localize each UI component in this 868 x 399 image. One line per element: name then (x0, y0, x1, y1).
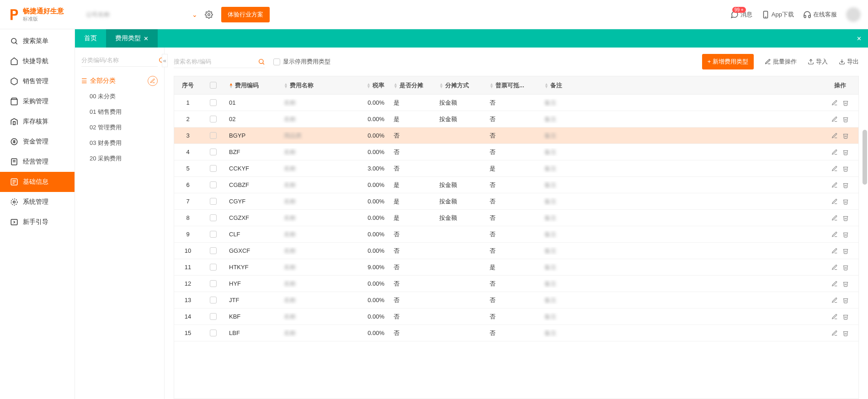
tree-root[interactable]: ☰ 全部分类 (75, 73, 164, 89)
table-row[interactable]: 15LBF名称0.00%否否备注 (174, 325, 858, 341)
chevron-down-icon[interactable]: ⌄ (192, 11, 197, 18)
delete-icon[interactable] (842, 281, 849, 287)
tree-item[interactable]: 00 未分类 (75, 89, 164, 104)
edit-icon[interactable] (831, 100, 838, 106)
search-icon[interactable] (258, 58, 265, 65)
table-row[interactable]: 7CGYF名称0.00%是按金额否备注 (174, 193, 858, 210)
sidebar-item[interactable]: 资金管理 (0, 132, 75, 152)
cell-checkbox[interactable] (202, 297, 224, 303)
edit-icon[interactable] (831, 149, 838, 155)
table-row[interactable]: 6CGBZF名称0.00%是按金额否备注 (174, 177, 858, 193)
download-link[interactable]: App下载 (761, 11, 794, 19)
edit-icon[interactable] (831, 248, 838, 254)
sidebar-item[interactable]: 库存核算 (0, 112, 75, 132)
table-row[interactable]: 9CLF名称0.00%否否备注 (174, 226, 858, 243)
service-link[interactable]: 在线客服 (803, 11, 837, 19)
sidebar-item[interactable]: 系统管理 (0, 192, 75, 212)
col-checkbox[interactable] (202, 82, 224, 89)
close-icon[interactable]: ✕ (144, 35, 149, 42)
delete-icon[interactable] (842, 133, 849, 139)
org-name[interactable]: 公司名称 (86, 11, 110, 19)
table-row[interactable]: 12HYF名称0.00%否否备注 (174, 276, 858, 292)
sidebar-item[interactable]: 快捷导航 (0, 51, 75, 71)
message-link[interactable]: 99 + 消息 (730, 11, 752, 19)
sidebar-item[interactable]: 经营管理 (0, 152, 75, 172)
edit-icon[interactable] (831, 264, 838, 271)
cell-checkbox[interactable] (202, 116, 224, 122)
tab-expense-type[interactable]: 费用类型 ✕ (106, 29, 158, 48)
col-index[interactable]: 序号 (174, 81, 202, 90)
col-code[interactable]: ▲▼费用编码 (224, 81, 279, 90)
tree-item[interactable]: 20 采购费用 (75, 151, 164, 166)
batch-button[interactable]: 批量操作 (765, 58, 797, 66)
cell-checkbox[interactable] (202, 99, 224, 106)
table-search-input[interactable] (174, 55, 258, 68)
import-button[interactable]: 导入 (808, 58, 828, 66)
delete-icon[interactable] (842, 198, 849, 205)
delete-icon[interactable] (842, 297, 849, 303)
delete-icon[interactable] (842, 215, 849, 221)
edit-icon[interactable] (148, 76, 158, 86)
cell-checkbox[interactable] (202, 330, 224, 336)
edit-icon[interactable] (831, 314, 838, 320)
edit-icon[interactable] (831, 281, 838, 287)
delete-icon[interactable] (842, 100, 849, 106)
gear-icon[interactable] (205, 11, 213, 19)
edit-icon[interactable] (831, 330, 838, 336)
edit-icon[interactable] (831, 215, 838, 221)
show-disabled-checkbox[interactable]: 显示停用费用类型 (273, 58, 330, 66)
tree-item[interactable]: 02 管理费用 (75, 120, 164, 135)
edit-icon[interactable] (831, 182, 838, 188)
col-note[interactable]: ▲▼备注 (540, 81, 822, 90)
cell-checkbox[interactable] (202, 198, 224, 205)
add-expense-button[interactable]: + 新增费用类型 (702, 54, 754, 69)
table-row[interactable]: 5CCKYF名称3.00%否是备注 (174, 160, 858, 177)
col-share[interactable]: ▲▼是否分摊 (389, 81, 435, 90)
cell-checkbox[interactable] (202, 247, 224, 254)
cell-checkbox[interactable] (202, 313, 224, 320)
cell-checkbox[interactable] (202, 181, 224, 188)
delete-icon[interactable] (842, 330, 849, 336)
col-rate[interactable]: ▲▼税率 (352, 81, 389, 90)
cell-checkbox[interactable] (202, 280, 224, 287)
col-method[interactable]: ▲▼分摊方式 (435, 81, 485, 90)
edit-icon[interactable] (831, 133, 838, 139)
cell-checkbox[interactable] (202, 214, 224, 221)
col-name[interactable]: ▲▼费用名称 (279, 81, 352, 90)
table-row[interactable]: 8CGZXF名称0.00%是按金额否备注 (174, 210, 858, 226)
experience-button[interactable]: 体验行业方案 (221, 7, 270, 22)
sidebar-item[interactable]: 基础信息 (0, 172, 75, 192)
table-row[interactable]: 10GGXCF名称0.00%否否备注 (174, 243, 858, 259)
tab-home[interactable]: 首页 (75, 29, 106, 48)
edit-icon[interactable] (831, 165, 838, 172)
table-row[interactable]: 13JTF名称0.00%否否备注 (174, 292, 858, 309)
table-row[interactable]: 3BGYP用品类0.00%否否备注 (174, 128, 858, 144)
cell-checkbox[interactable] (202, 264, 224, 271)
tree-item[interactable]: 01 销售费用 (75, 104, 164, 120)
tabs-close-all[interactable]: ✕ (850, 29, 868, 48)
delete-icon[interactable] (842, 231, 849, 238)
table-row[interactable]: 14KBF名称0.00%否否备注 (174, 309, 858, 325)
sidebar-item[interactable]: 销售管理 (0, 71, 75, 91)
table-row[interactable]: 11HTKYF名称9.00%否是备注 (174, 259, 858, 276)
sidebar-item[interactable]: 搜索菜单 (0, 31, 75, 51)
table-row[interactable]: 4BZF名称0.00%否否备注 (174, 144, 858, 160)
tree-item[interactable]: 03 财务费用 (75, 135, 164, 151)
col-deduct[interactable]: ▲▼普票可抵... (485, 81, 540, 90)
tree-search-input[interactable] (81, 54, 158, 66)
edit-icon[interactable] (831, 297, 838, 303)
sidebar-item[interactable]: 新手引导 (0, 212, 75, 232)
delete-icon[interactable] (842, 264, 849, 271)
edit-icon[interactable] (831, 231, 838, 238)
cell-checkbox[interactable] (202, 149, 224, 155)
avatar[interactable] (846, 7, 861, 22)
cell-checkbox[interactable] (202, 165, 224, 172)
cell-checkbox[interactable] (202, 132, 224, 139)
table-row[interactable]: 202名称0.00%是按金额否备注 (174, 111, 858, 128)
scrollbar[interactable] (863, 130, 867, 185)
cell-checkbox[interactable] (202, 231, 224, 238)
edit-icon[interactable] (831, 198, 838, 205)
delete-icon[interactable] (842, 116, 849, 122)
edit-icon[interactable] (831, 116, 838, 122)
delete-icon[interactable] (842, 248, 849, 254)
